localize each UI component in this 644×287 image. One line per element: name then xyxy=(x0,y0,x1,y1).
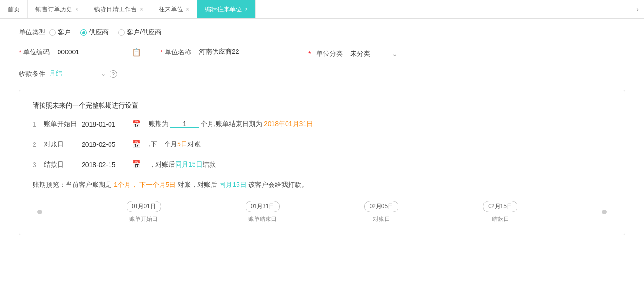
unit-name-label: 单位名称 xyxy=(165,48,191,57)
row-1-period-label: 账期为 xyxy=(149,120,169,128)
unit-classify-required: * xyxy=(308,50,311,58)
unit-classify-label: 单位分类 xyxy=(316,50,343,58)
timeline-left-dot xyxy=(37,210,42,214)
row-2-num: 2 xyxy=(33,141,44,148)
tab-cash-ledger-close[interactable]: × xyxy=(140,6,143,13)
unit-code-input[interactable] xyxy=(53,46,129,58)
tab-sales-history[interactable]: 销售订单历史 × xyxy=(28,0,86,18)
timeline-node-4: 02月15日 结款日 xyxy=(483,201,517,223)
tab-sales-history-close[interactable]: × xyxy=(75,6,78,13)
radio-supplier[interactable]: 供应商 xyxy=(80,28,109,37)
row-2-cal-icon[interactable]: 📅 xyxy=(132,140,141,149)
panel-box: 请按照未来的一个完整帐期进行设置 1 账单开始日 2018-01-01 📅 账期… xyxy=(19,90,625,235)
tab-partner-unit-label: 往来单位 xyxy=(159,5,183,14)
tab-partner-unit-close[interactable]: × xyxy=(186,6,189,13)
timeline-node-4-label: 结款日 xyxy=(492,215,509,223)
timeline-line-5 xyxy=(517,212,602,212)
tab-edit-partner-close[interactable]: × xyxy=(245,6,248,13)
unit-name-input[interactable] xyxy=(195,46,289,58)
panel-row-2: 2 对账日 2018-02-05 📅 ,下一个月 5日 对账 xyxy=(33,140,611,149)
timeline-container: 01月01日 账单开始日 01月31日 账单结束日 02月05日 对账日 xyxy=(33,201,611,223)
unit-name-group: * 单位名称 xyxy=(160,46,289,58)
timeline-right-dot xyxy=(602,210,607,214)
tab-chevron-icon[interactable]: › xyxy=(631,0,644,18)
row-2-label: 对账日 xyxy=(44,140,82,149)
tab-home-label: 首页 xyxy=(8,5,20,14)
radio-customer[interactable]: 客户 xyxy=(49,28,71,37)
main-content: 单位类型 客户 供应商 客户/供应商 * 单位编码 📋 * 单位名称 xyxy=(0,19,644,287)
radio-customer-circle xyxy=(49,29,56,36)
row-1-num: 1 xyxy=(33,120,44,128)
timeline-node-1: 01月01日 账单开始日 xyxy=(127,201,161,223)
unit-code-label: 单位编码 xyxy=(23,48,50,57)
unit-type-radio-group: 客户 供应商 客户/供应商 xyxy=(49,28,161,37)
unit-type-label: 单位类型 xyxy=(19,28,45,37)
timeline-line-2 xyxy=(161,212,246,212)
timeline-line-4 xyxy=(398,212,483,212)
row-1-period-input[interactable] xyxy=(170,120,199,128)
timeline-node-2: 01月31日 账单结束日 xyxy=(246,201,280,223)
payment-value: 月结 xyxy=(49,69,98,78)
unit-classify-value: 未分类 xyxy=(350,50,370,58)
preview-p2: 下一个月5日 xyxy=(139,181,176,188)
payment-label: 收款条件 xyxy=(19,70,45,78)
timeline-line-3 xyxy=(280,212,364,212)
tab-sales-history-label: 销售订单历史 xyxy=(35,5,72,14)
row-3-cal-icon[interactable]: 📅 xyxy=(132,160,141,169)
tab-cash-ledger[interactable]: 钱货日清工作台 × xyxy=(86,0,151,18)
tab-home[interactable]: 首页 xyxy=(0,0,28,18)
payment-arrow-icon: ⌄ xyxy=(101,70,106,77)
row-1-desc: 账期为 个月,账单结束日期为 2018年01月31日 xyxy=(149,120,611,128)
row-3-date: 2018-02-15 xyxy=(82,161,129,169)
unit-info-row: * 单位编码 📋 * 单位名称 * 单位分类 未分类 ⌄ xyxy=(19,46,625,58)
payment-help-icon[interactable]: ? xyxy=(110,70,117,78)
timeline-line-1 xyxy=(42,212,127,212)
radio-customer-label: 客户 xyxy=(58,28,71,37)
timeline-node-1-bubble: 01月01日 xyxy=(127,201,161,212)
panel-row-1: 1 账单开始日 2018-01-01 📅 账期为 个月,账单结束日期为 2018… xyxy=(33,119,611,128)
tab-edit-partner-label: 编辑往来单位 xyxy=(205,5,242,14)
timeline-node-3-bubble: 02月05日 xyxy=(364,201,399,212)
row-2-desc-before: ,下一个月 xyxy=(149,140,177,149)
unit-type-row: 单位类型 客户 供应商 客户/供应商 xyxy=(19,28,625,37)
tab-cash-ledger-label: 钱货日清工作台 xyxy=(94,5,137,14)
tab-edit-partner[interactable]: 编辑往来单位 × xyxy=(197,0,256,18)
radio-both-label: 客户/供应商 xyxy=(127,28,161,37)
row-1-period-highlight: 2018年01月31日 xyxy=(264,120,313,128)
row-3-desc: ，对账后 同月15日 结款 xyxy=(149,160,611,169)
timeline-node-2-label: 账单结束日 xyxy=(248,215,277,223)
unit-code-required: * xyxy=(19,49,21,56)
tab-partner-unit[interactable]: 往来单位 × xyxy=(151,0,197,18)
radio-both-circle xyxy=(118,29,125,36)
panel-row-3: 3 结款日 2018-02-15 📅 ，对账后 同月15日 结款 xyxy=(33,160,611,169)
row-3-desc-before: ，对账后 xyxy=(149,160,175,169)
unit-code-group: * 单位编码 📋 xyxy=(19,46,141,58)
row-3-desc-after: 结款 xyxy=(203,160,216,169)
tabs-bar: 首页 销售订单历史 × 钱货日清工作台 × 往来单位 × 编辑往来单位 × › xyxy=(0,0,644,19)
classify-arrow-icon: ⌄ xyxy=(392,50,398,58)
timeline-node-4-bubble: 02月15日 xyxy=(483,201,517,212)
unit-code-copy-icon[interactable]: 📋 xyxy=(132,48,141,57)
preview-p3: 对账，对账后 xyxy=(178,181,217,188)
preview-section: 账期预览：当前客户账期是 1个月， 下一个月5日 对账，对账后 同月15日 该客… xyxy=(33,173,611,223)
row-2-desc-after: 对账 xyxy=(187,140,201,149)
preview-p1: 1个月， xyxy=(114,181,137,188)
row-1-label: 账单开始日 xyxy=(44,120,82,128)
radio-supplier-label: 供应商 xyxy=(89,28,109,37)
unit-name-required: * xyxy=(160,49,162,56)
row-2-desc-highlight: 5日 xyxy=(177,140,187,149)
preview-p4: 同月15日 xyxy=(219,181,246,188)
payment-dropdown[interactable]: 月结 ⌄ xyxy=(49,68,106,80)
row-1-period-unit: 个月,账单结束日期为 xyxy=(201,120,262,128)
row-1-cal-icon[interactable]: 📅 xyxy=(132,119,141,128)
preview-p5: 该客户会给我打款。 xyxy=(248,181,308,188)
radio-both[interactable]: 客户/供应商 xyxy=(118,28,161,37)
panel-title: 请按照未来的一个完整帐期进行设置 xyxy=(33,101,611,110)
row-3-num: 3 xyxy=(33,161,44,169)
row-2-desc: ,下一个月 5日 对账 xyxy=(149,140,611,149)
timeline-node-3: 02月05日 对账日 xyxy=(364,201,399,223)
row-2-date: 2018-02-05 xyxy=(82,141,129,148)
unit-classify-dropdown[interactable]: 未分类 ⌄ xyxy=(350,50,398,58)
row-3-label: 结款日 xyxy=(44,160,82,169)
preview-text: 账期预览：当前客户账期是 1个月， 下一个月5日 对账，对账后 同月15日 该客… xyxy=(33,181,611,189)
